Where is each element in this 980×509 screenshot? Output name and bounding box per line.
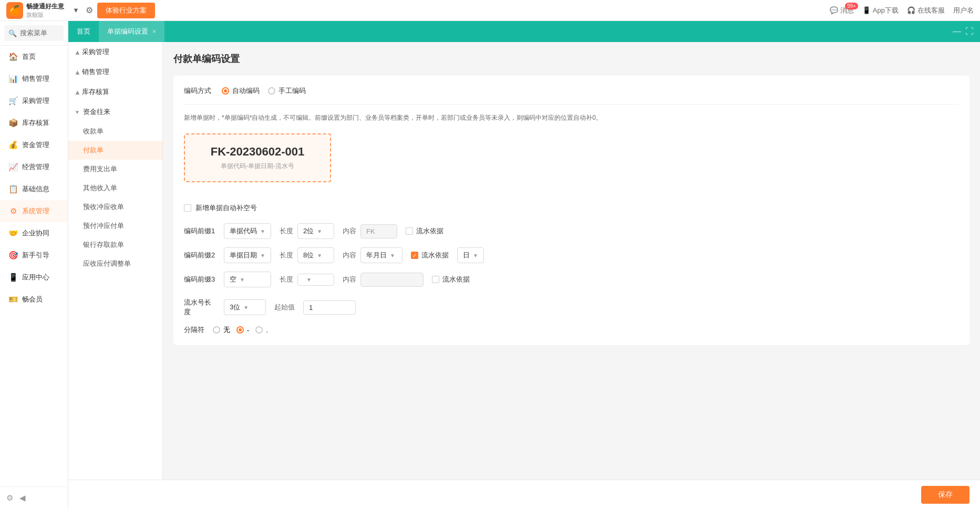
topbar-app[interactable]: 📱 App下载 bbox=[862, 6, 899, 15]
prefix1-serial-group: 流水依据 bbox=[406, 226, 443, 236]
form-rows: 编码前缀1 单据代码 ▼ 长度 2位 ▼ bbox=[184, 223, 959, 287]
sidebar-item-finance[interactable]: 💰 资金管理 bbox=[0, 134, 68, 156]
tab-expand-icon[interactable]: ⛶ bbox=[965, 27, 974, 36]
preview-box: FK-20230602-001 单据代码-单据日期-流水号 bbox=[184, 133, 331, 182]
manual-encoding-option[interactable]: 手工编码 bbox=[268, 86, 306, 96]
prefix3-serial-checkbox[interactable] bbox=[432, 276, 439, 283]
sidebar-item-management[interactable]: 📈 经营管理 bbox=[0, 156, 68, 178]
sub-item-prepay-payable[interactable]: 预付冲应付单 bbox=[68, 216, 162, 235]
tab-encoding[interactable]: 单据编码设置 × bbox=[99, 21, 164, 42]
prefix1-serial-checkbox[interactable] bbox=[406, 227, 413, 235]
dropdown-arrow: ▼ bbox=[73, 6, 79, 14]
sep-dot-option[interactable]: . bbox=[255, 326, 268, 334]
sub-group-sales-header[interactable]: ▶ 销售管理 bbox=[68, 62, 162, 82]
prefix2-content-group: 内容 年月日 ▼ bbox=[343, 247, 403, 263]
content-area: 首页 单据编码设置 × — ⛶ ▶ 采购管理 bbox=[68, 21, 980, 509]
topbar-settings-icon[interactable]: ⚙ bbox=[86, 5, 93, 15]
sub-group-inventory-header[interactable]: ▶ 库存核算 bbox=[68, 82, 162, 102]
home-icon: 🏠 bbox=[8, 52, 18, 61]
preview-desc: 单据代码-单据日期-流水号 bbox=[198, 162, 317, 171]
prefix2-content-select[interactable]: 年月日 ▼ bbox=[360, 247, 403, 263]
sidebar-item-guide-label: 新手引导 bbox=[22, 251, 49, 260]
prefix1-length-select[interactable]: 2位 ▼ bbox=[297, 223, 334, 239]
manual-encoding-radio[interactable] bbox=[268, 87, 275, 95]
sidebar-item-enterprise[interactable]: 🤝 企业协同 bbox=[0, 222, 68, 244]
sub-group-sales: ▶ 销售管理 bbox=[68, 62, 162, 82]
prefix2-row: 编码前缀2 单据日期 ▼ 长度 8位 ▼ bbox=[184, 247, 959, 263]
sub-item-bank[interactable]: 银行存取款单 bbox=[68, 235, 162, 254]
service-icon: 🎧 bbox=[907, 6, 915, 14]
prefix1-select[interactable]: 单据代码 ▼ bbox=[224, 223, 271, 239]
prefix1-content-group: 内容 bbox=[343, 224, 397, 238]
app-label: App下载 bbox=[873, 6, 899, 15]
sidebar-settings-icon[interactable]: ⚙ bbox=[6, 493, 13, 503]
sub-group-inventory: ▶ 库存核算 bbox=[68, 82, 162, 102]
prefix2-length-select[interactable]: 8位 ▼ bbox=[297, 247, 334, 263]
auto-encoding-radio[interactable] bbox=[222, 87, 229, 95]
tab-home[interactable]: 首页 bbox=[68, 21, 99, 42]
topbar-dropdown[interactable]: ▼ bbox=[68, 4, 84, 16]
sub-group-capital-header[interactable]: ▼ 资金往来 bbox=[68, 102, 162, 122]
prefix3-select[interactable]: 空 ▼ bbox=[224, 272, 271, 287]
search-icon: 🔍 bbox=[8, 29, 17, 37]
encoding-label: 编码方式 bbox=[184, 86, 211, 96]
prefix2-serial-unit-select[interactable]: 日 ▼ bbox=[457, 247, 484, 263]
topbar-service[interactable]: 🎧 在线客服 bbox=[907, 6, 945, 15]
encoding-method: 编码方式 自动编码 手工编码 bbox=[184, 86, 959, 105]
tab-close-icon[interactable]: × bbox=[152, 28, 156, 35]
sep-dash-option[interactable]: - bbox=[236, 326, 249, 334]
prefix1-label: 编码前缀1 bbox=[184, 226, 215, 236]
sub-item-payment[interactable]: 付款单 bbox=[68, 141, 162, 160]
sep-none-radio[interactable] bbox=[213, 326, 220, 334]
sep-none-option[interactable]: 无 bbox=[213, 325, 230, 335]
auto-encoding-option[interactable]: 自动编码 bbox=[222, 86, 260, 96]
sub-item-prepay-receivable[interactable]: 预收冲应收单 bbox=[68, 198, 162, 216]
sub-item-other-income[interactable]: 其他收入单 bbox=[68, 179, 162, 198]
sidebar-item-app[interactable]: 📱 应用中心 bbox=[0, 266, 68, 288]
separator-options: 无 - . bbox=[213, 325, 268, 335]
prefix3-content-input[interactable] bbox=[360, 273, 424, 287]
sub-item-adjust[interactable]: 应收应付调整单 bbox=[68, 254, 162, 273]
tab-minimize-icon[interactable]: — bbox=[953, 27, 961, 36]
prefix1-content-input[interactable] bbox=[360, 224, 397, 238]
prefix3-length-select[interactable]: ▼ bbox=[297, 274, 334, 286]
topbar-user[interactable]: 用户名 bbox=[953, 6, 974, 15]
bottom-bar: 保存 bbox=[68, 480, 980, 509]
sidebar-item-inventory[interactable]: 📦 库存核算 bbox=[0, 112, 68, 134]
sidebar-item-basic[interactable]: 📋 基础信息 bbox=[0, 178, 68, 200]
auto-fill-checkbox[interactable] bbox=[184, 204, 191, 212]
trial-button[interactable]: 体验行业方案 bbox=[97, 3, 155, 18]
system-icon: ⚙ bbox=[8, 206, 18, 216]
prefix3-length-group: 长度 ▼ bbox=[280, 274, 334, 286]
sidebar-item-sales-label: 销售管理 bbox=[22, 74, 49, 84]
sidebar-item-app-label: 应用中心 bbox=[22, 273, 49, 282]
topbar-msg[interactable]: 💬 消息 99+ bbox=[830, 6, 854, 15]
sub-item-receipt[interactable]: 收款单 bbox=[68, 122, 162, 141]
sidebar-item-purchase[interactable]: 🛒 采购管理 bbox=[0, 90, 68, 112]
sidebar-item-system[interactable]: ⚙ 系统管理 bbox=[0, 200, 68, 222]
sep-dot-radio[interactable] bbox=[255, 326, 263, 334]
prefix2-content-label: 内容 bbox=[343, 251, 356, 260]
sidebar-item-home[interactable]: 🏠 首页 bbox=[0, 46, 68, 68]
serial-length-label: 流水号长度 bbox=[184, 298, 215, 317]
sidebar-collapse-icon[interactable]: ◀ bbox=[19, 493, 26, 503]
prefix2-serial-checkbox[interactable]: ✓ bbox=[411, 252, 418, 259]
serial-length-select[interactable]: 3位 ▼ bbox=[224, 299, 266, 315]
sub-group-purchase-header[interactable]: ▶ 采购管理 bbox=[68, 42, 162, 62]
prefix3-serial-group: 流水依据 bbox=[432, 275, 470, 284]
prefix2-chevron-icon: ▼ bbox=[260, 253, 265, 258]
separator-row: 分隔符 无 - . bbox=[184, 325, 959, 335]
sep-dash-radio[interactable] bbox=[236, 326, 244, 334]
sidebar-item-member[interactable]: 🎫 畅会员 bbox=[0, 288, 68, 310]
search-menu-button[interactable]: 🔍 搜索菜单 bbox=[4, 25, 64, 41]
serial-start-input[interactable] bbox=[303, 300, 356, 315]
auto-encoding-label: 自动编码 bbox=[232, 86, 260, 96]
prefix3-serial-label: 流水依据 bbox=[442, 275, 470, 284]
save-button[interactable]: 保存 bbox=[921, 486, 969, 504]
sub-item-expense[interactable]: 费用支出单 bbox=[68, 160, 162, 179]
sidebar-item-sales[interactable]: 📊 销售管理 bbox=[0, 68, 68, 90]
sidebar-item-guide[interactable]: 🎯 新手引导 bbox=[0, 244, 68, 266]
prefix2-label: 编码前缀2 bbox=[184, 251, 215, 260]
prefix2-select[interactable]: 单据日期 ▼ bbox=[224, 247, 271, 263]
prefix1-serial-label: 流水依据 bbox=[416, 226, 443, 236]
